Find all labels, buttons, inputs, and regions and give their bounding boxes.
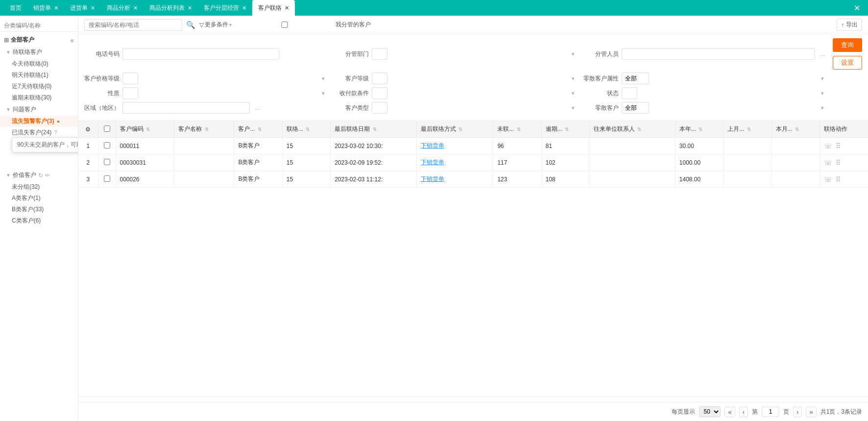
gender-select[interactable]	[122, 87, 138, 99]
sidebar-item-churn-warning[interactable]: 流失预警客户(3) ●	[0, 116, 78, 127]
row-action-2[interactable]: ☏ ⠿	[820, 171, 868, 188]
zero-attr-select[interactable]: 全部	[622, 73, 649, 84]
grade-select[interactable]	[372, 73, 387, 84]
value-edit-icon[interactable]: ✏	[45, 172, 50, 179]
page-input[interactable]	[762, 407, 779, 417]
sidebar-search-input[interactable]	[4, 22, 77, 29]
sort-code-icon[interactable]: ⇅	[146, 126, 150, 132]
sort-last-way-icon[interactable]: ⇅	[458, 126, 462, 132]
sidebar-group-problem[interactable]: ▼ 问题客户	[0, 103, 78, 116]
zero-customer-select[interactable]: 全部	[622, 102, 649, 114]
sidebar-group-value[interactable]: ▼ 价值客户 ↻ ✏	[0, 169, 78, 181]
row-last-way-2[interactable]: 下销货单	[417, 171, 493, 188]
my-customer-check[interactable]	[236, 22, 334, 28]
search-button[interactable]: 🔍	[186, 21, 195, 29]
close-tab-purchase[interactable]: ✕	[91, 5, 95, 11]
col-header-not-contacted: 未联... ⇅	[493, 121, 541, 138]
row-check-1[interactable]	[98, 154, 116, 171]
person-input[interactable]	[622, 48, 815, 60]
export-button[interactable]: ↑ 导出	[837, 19, 862, 31]
action-more-icon-1[interactable]: ⠿	[836, 159, 841, 167]
row-code-2: 000026	[116, 171, 174, 188]
sort-overdue-icon[interactable]: ⇅	[565, 126, 569, 132]
status-select[interactable]	[622, 87, 637, 99]
my-customer-checkbox[interactable]: 我分管的客户	[236, 21, 371, 29]
sidebar-item-tomorrow-pending[interactable]: 明天待联络(1)	[0, 70, 78, 81]
row-action-1[interactable]: ☏ ⠿	[820, 154, 868, 171]
sort-last-date-icon[interactable]: ⇅	[373, 126, 377, 132]
sort-not-contact-icon[interactable]: ⇅	[517, 126, 521, 132]
first-page-btn[interactable]: «	[724, 407, 735, 417]
settings-col-header[interactable]: ⚙	[78, 121, 98, 138]
sort-name-icon[interactable]: ⇅	[205, 126, 209, 132]
tab-goods-analysis[interactable]: 商品分析 ✕	[101, 0, 144, 16]
sort-unit-icon[interactable]: ⇅	[637, 126, 641, 132]
customer-type-select[interactable]	[372, 102, 387, 114]
sort-this-year-icon[interactable]: ⇅	[699, 126, 702, 132]
row-last-way-0[interactable]: 下销货单	[417, 138, 493, 154]
settings-button[interactable]: 设置	[833, 56, 862, 70]
query-button[interactable]: 查询	[833, 38, 862, 52]
close-tab-goods-analysis-list[interactable]: ✕	[188, 5, 192, 11]
search-input[interactable]	[84, 19, 182, 31]
horizontal-scrollbar[interactable]	[78, 396, 868, 402]
action-more-icon-0[interactable]: ⠿	[836, 142, 841, 150]
tab-goods-analysis-list[interactable]: 商品分析列表 ✕	[144, 0, 198, 16]
row-action-0[interactable]: ☏ ⠿	[820, 138, 868, 154]
sidebar-item-class-b[interactable]: B类客户(33)	[0, 204, 78, 215]
sidebar-group-pending[interactable]: ▼ 待联络客户	[0, 46, 78, 58]
sidebar-item-7day-pending[interactable]: 近7天待联络(0)	[0, 81, 78, 92]
more-conditions-btn[interactable]: ▽ 更多条件 ▾	[199, 21, 232, 29]
customer-type-label: 客户类型	[334, 104, 369, 112]
row-contact-2: 15	[282, 171, 330, 188]
prev-page-btn[interactable]: ‹	[739, 407, 748, 417]
sidebar-item-ungroup[interactable]: 未分组(32)	[0, 181, 78, 193]
global-close-btn[interactable]: ✕	[850, 3, 864, 13]
tab-customer-contact[interactable]: 客户联络 ✕	[252, 0, 295, 16]
price-grade-select[interactable]	[122, 73, 138, 84]
sidebar-item-churned[interactable]: 已流失客户(24) ?	[0, 127, 78, 138]
next-page-btn[interactable]: ›	[793, 407, 802, 417]
check-col-header[interactable]	[98, 121, 116, 138]
row-check-2[interactable]	[98, 171, 116, 188]
row-last-way-1[interactable]: 下销货单	[417, 154, 493, 171]
person-dots[interactable]: ...	[818, 50, 827, 57]
payment-select[interactable]	[372, 87, 387, 99]
sidebar-all-customers[interactable]: ⊞ 全部客户 «	[0, 34, 78, 46]
page-size-select[interactable]: 50	[699, 406, 721, 417]
sort-last-month-icon[interactable]: ⇅	[747, 126, 751, 132]
filter-phone: 电话号码	[84, 48, 328, 60]
select-all-checkbox[interactable]	[104, 125, 110, 132]
phone-input[interactable]	[122, 48, 279, 60]
tab-customer-tier[interactable]: 客户分层经营 ✕	[198, 0, 252, 16]
sidebar-item-today-pending[interactable]: 今天待联络(0)	[0, 58, 78, 70]
row-num-0: 1	[78, 138, 98, 154]
row-contact-0: 15	[282, 138, 330, 154]
value-refresh-icon[interactable]: ↻	[38, 172, 43, 179]
sort-category-icon[interactable]: ⇅	[258, 126, 262, 132]
sidebar-collapse-btn[interactable]: «	[70, 36, 74, 44]
close-tab-customer-contact[interactable]: ✕	[285, 5, 289, 11]
sidebar-item-class-c[interactable]: C类客户(6)	[0, 215, 78, 226]
close-tab-sales[interactable]: ✕	[54, 5, 58, 11]
action-phone-icon-2[interactable]: ☏	[824, 175, 833, 183]
grid-icon: ⊞	[4, 37, 9, 44]
dept-select[interactable]	[372, 48, 387, 60]
area-input[interactable]	[122, 102, 250, 114]
action-phone-icon-0[interactable]: ☏	[824, 142, 833, 150]
arrow-icon-problem: ▼	[6, 107, 11, 112]
last-page-btn[interactable]: »	[806, 407, 816, 417]
tab-sales[interactable]: 销货单 ✕	[27, 0, 64, 16]
sort-contact-icon[interactable]: ⇅	[306, 126, 310, 132]
tab-home[interactable]: 首页	[4, 0, 27, 16]
close-tab-customer-tier[interactable]: ✕	[242, 5, 246, 11]
sidebar-item-class-a[interactable]: A类客户(1)	[0, 193, 78, 204]
tab-purchase[interactable]: 进货单 ✕	[64, 0, 101, 16]
area-dots[interactable]: ...	[253, 104, 262, 111]
row-check-0[interactable]	[98, 138, 116, 154]
sort-this-month-icon[interactable]: ⇅	[795, 126, 799, 132]
action-phone-icon-1[interactable]: ☏	[824, 159, 833, 167]
close-tab-goods-analysis[interactable]: ✕	[133, 5, 138, 11]
sidebar-item-overdue-pending[interactable]: 逾期未联络(30)	[0, 92, 78, 103]
action-more-icon-2[interactable]: ⠿	[836, 175, 841, 183]
